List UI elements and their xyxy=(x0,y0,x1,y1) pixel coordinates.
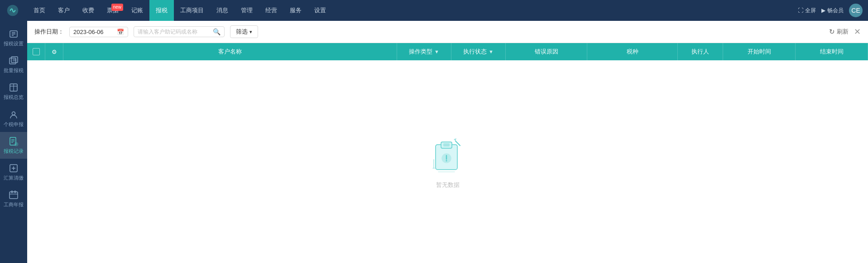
nav-business[interactable]: 经营 xyxy=(259,0,283,21)
refresh-icon: ↻ xyxy=(829,28,835,36)
sidebar-label-settlement: 汇算清缴 xyxy=(4,175,24,181)
sidebar-label-batch-tax: 批量报税 xyxy=(4,68,24,73)
fullscreen-icon: ⛶ xyxy=(798,7,803,14)
sort-operation-type-icon: ▼ xyxy=(434,49,439,54)
nav-manage[interactable]: 管理 xyxy=(235,0,259,21)
sidebar-label-personal-tax: 个税申报 xyxy=(4,122,24,127)
sidebar-label-annual-report: 工商年报 xyxy=(4,202,24,208)
sidebar-item-batch-tax[interactable]: 批量报税 xyxy=(0,51,27,78)
sidebar-item-settlement[interactable]: 汇算清缴 xyxy=(0,159,27,185)
th-tax-type: 税种 xyxy=(587,43,678,60)
sidebar-item-annual-report[interactable]: 工商年报 xyxy=(0,185,27,212)
table-wrap: ⚙ 客户名称 操作类型 ▼ 执行状态 ▼ 错误原因 税种 xyxy=(27,43,868,263)
refresh-button[interactable]: ↻ 刷新 xyxy=(829,28,849,36)
sidebar-item-tax-settings[interactable]: 报税设置 xyxy=(0,24,27,51)
nav-service[interactable]: 服务 xyxy=(283,0,308,21)
new-badge: new xyxy=(111,4,123,11)
nav-message[interactable]: 消息 xyxy=(210,0,235,21)
th-checkbox[interactable] xyxy=(27,43,45,60)
settlement-icon xyxy=(9,163,19,173)
th-customer-name: 客户名称 xyxy=(63,43,397,60)
svg-marker-33 xyxy=(454,138,456,141)
th-exec-status[interactable]: 执行状态 ▼ xyxy=(451,43,506,60)
content-area: 操作日期： 📅 🔍 筛选 ▾ ↻ 刷新 ✕ xyxy=(27,21,868,263)
vip-btn[interactable]: ▶ 畅会员 xyxy=(821,7,844,15)
th-end-time: 结束时间 xyxy=(796,43,868,60)
svg-point-12 xyxy=(12,112,15,115)
empty-text: 暂无数据 xyxy=(436,181,460,189)
top-nav: 首页 客户 收费 票据 new 记账 报税 工商项目 消息 管理 经营 服务 设… xyxy=(0,0,868,21)
logo xyxy=(5,3,20,18)
sidebar-label-tax-overview: 报税总览 xyxy=(4,94,24,100)
sidebar-item-tax-records[interactable]: 报税记录 xyxy=(0,132,27,159)
svg-point-31 xyxy=(446,160,447,161)
empty-state: 暂无数据 xyxy=(427,135,468,189)
search-wrap: 🔍 xyxy=(134,26,225,37)
main-layout: 报税设置 批量报税 报税总览 xyxy=(0,21,868,263)
sidebar-label-tax-records: 报税记录 xyxy=(4,148,24,154)
nav-bookkeeping[interactable]: 记账 xyxy=(125,0,149,21)
svg-marker-36 xyxy=(432,166,435,169)
sidebar-item-tax-overview[interactable]: 报税总览 xyxy=(0,78,27,105)
search-icon[interactable]: 🔍 xyxy=(213,28,221,35)
sidebar-item-personal-tax[interactable]: 个税申报 xyxy=(0,105,27,132)
tax-records-icon xyxy=(9,136,19,146)
svg-point-17 xyxy=(14,142,18,146)
date-input[interactable] xyxy=(73,29,114,35)
nav-items: 首页 客户 收费 票据 new 记账 报税 工商项目 消息 管理 经营 服务 设… xyxy=(27,0,798,21)
header-checkbox[interactable] xyxy=(33,48,40,55)
svg-rect-21 xyxy=(10,192,18,199)
nav-customer[interactable]: 客户 xyxy=(52,0,76,21)
fullscreen-btn[interactable]: ⛶ 全屏 xyxy=(798,7,816,15)
th-executor: 执行人 xyxy=(678,43,723,60)
personal-tax-icon xyxy=(9,110,19,120)
chevron-down-icon: ▾ xyxy=(249,29,252,35)
filter-label: 筛选 xyxy=(236,28,248,36)
tax-settings-icon xyxy=(9,29,19,39)
nav-invoice[interactable]: 票据 new xyxy=(101,0,125,21)
th-start-time: 开始时间 xyxy=(723,43,796,60)
filter-button[interactable]: 筛选 ▾ xyxy=(230,25,258,38)
date-picker[interactable]: 📅 xyxy=(69,27,128,37)
vip-icon: ▶ xyxy=(821,7,825,14)
table-header: ⚙ 客户名称 操作类型 ▼ 执行状态 ▼ 错误原因 税种 xyxy=(27,43,868,60)
nav-right: ⛶ 全屏 ▶ 畅会员 CE xyxy=(798,4,863,17)
th-error-reason: 错误原因 xyxy=(506,43,587,60)
nav-home[interactable]: 首页 xyxy=(27,0,52,21)
sidebar-label-tax-settings: 报税设置 xyxy=(4,41,24,47)
calendar-icon: 📅 xyxy=(117,29,124,35)
toolbar: 操作日期： 📅 🔍 筛选 ▾ ↻ 刷新 ✕ xyxy=(27,21,868,43)
annual-report-icon xyxy=(9,190,19,200)
empty-illustration xyxy=(427,135,468,175)
tax-overview-icon xyxy=(9,83,19,93)
batch-tax-icon xyxy=(9,56,19,66)
nav-fee[interactable]: 收费 xyxy=(76,0,101,21)
nav-settings[interactable]: 设置 xyxy=(308,0,332,21)
sort-exec-status-icon: ▼ xyxy=(489,49,494,54)
search-input[interactable] xyxy=(138,29,210,35)
table-body: 暂无数据 xyxy=(27,60,868,263)
svg-rect-28 xyxy=(443,143,450,146)
nav-tax[interactable]: 报税 xyxy=(149,0,174,21)
close-button[interactable]: ✕ xyxy=(854,28,861,36)
sidebar: 报税设置 批量报税 报税总览 xyxy=(0,21,27,263)
th-settings[interactable]: ⚙ xyxy=(45,43,63,60)
settings-icon: ⚙ xyxy=(52,49,57,55)
avatar[interactable]: CE xyxy=(849,4,863,17)
date-label: 操作日期： xyxy=(34,28,64,36)
nav-commerce[interactable]: 工商项目 xyxy=(174,0,210,21)
th-operation-type[interactable]: 操作类型 ▼ xyxy=(397,43,451,60)
